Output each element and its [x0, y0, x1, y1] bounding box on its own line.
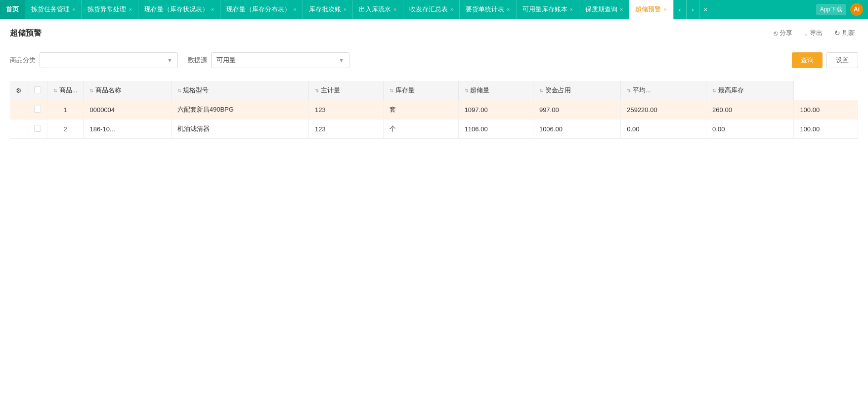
- export-button[interactable]: ↓ 导出: [801, 27, 825, 40]
- row-product-name: 六配套新昌490BPG: [171, 100, 308, 119]
- nav-task-mgmt[interactable]: 拣货任务管理 ×: [25, 0, 82, 19]
- row-settings-cell: [10, 119, 28, 139]
- col-product-name: ⇅ 商品名称: [84, 81, 171, 100]
- nav-order-stats-label: 要货单统计表: [466, 5, 504, 14]
- category-label: 商品分类: [10, 56, 36, 65]
- refresh-icon: ↻: [834, 29, 840, 37]
- nav-stock-status[interactable]: 现存量（库存状况表） ×: [138, 0, 220, 19]
- col-unit-label: 主计量: [321, 86, 340, 94]
- col-capital-label: 资金占用: [545, 86, 571, 94]
- nav-batch-ledger[interactable]: 库存批次账 ×: [303, 0, 353, 19]
- datasource-label: 数据源: [188, 56, 207, 65]
- nav-shelf-life-close[interactable]: ×: [620, 6, 623, 12]
- sort-icon-overstock: ⇅: [465, 88, 469, 93]
- nav-recv-send[interactable]: 收发存汇总表 ×: [403, 0, 460, 19]
- row-overstock: 997.00: [533, 100, 620, 119]
- nav-recv-send-label: 收发存汇总表: [409, 5, 448, 14]
- col-avg-label: 平均...: [633, 86, 651, 94]
- row-stock: 1106.00: [458, 119, 533, 139]
- top-right-area: App下载 Ai: [811, 0, 868, 19]
- nav-prev-arrow[interactable]: ‹: [673, 0, 686, 19]
- page-title: 超储预警: [10, 28, 42, 39]
- row-avg: 0.00: [706, 119, 794, 139]
- col-overstock-label: 超储量: [470, 86, 489, 94]
- row-checkbox[interactable]: [34, 106, 41, 113]
- col-product-name-label: 商品名称: [95, 86, 121, 94]
- row-product-name: 机油滤清器: [171, 119, 308, 139]
- datasource-filter: 数据源 可用量 ▼: [188, 52, 349, 68]
- nav-home[interactable]: 首页: [0, 0, 25, 19]
- page-header: 超储预警 ⎋ 分享 ↓ 导出 ↻ 刷新: [10, 27, 858, 40]
- table-container: ⚙ ⇅ 商品... ⇅ 商品名称 ⇅ 规格型号: [10, 81, 858, 139]
- header-actions: ⎋ 分享 ↓ 导出 ↻ 刷新: [771, 27, 858, 40]
- nav-available-ledger-close[interactable]: ×: [570, 6, 573, 12]
- row-product-code: 186-10...: [84, 119, 171, 139]
- nav-task-mgmt-label: 拣货任务管理: [31, 5, 70, 14]
- col-spec-label: 规格型号: [183, 86, 209, 94]
- nav-inout-flow-close[interactable]: ×: [393, 6, 396, 12]
- col-stock-label: 库存量: [395, 86, 415, 94]
- table-row: 1 0000004 六配套新昌490BPG 123 套 1097.00 997.…: [10, 100, 858, 119]
- datasource-select[interactable]: 可用量 ▼: [211, 52, 349, 68]
- nav-home-label: 首页: [6, 5, 19, 14]
- col-max-stock: ⇅ 最高库存: [706, 81, 794, 100]
- export-label: 导出: [810, 29, 823, 38]
- nav-order-stats-close[interactable]: ×: [507, 6, 510, 12]
- nav-stock-dist[interactable]: 现存量（库存分布表） ×: [220, 0, 303, 19]
- nav-overstock-warning[interactable]: 超储预警 ×: [629, 0, 673, 19]
- sort-icon-unit: ⇅: [315, 88, 319, 93]
- category-select[interactable]: ▼: [40, 52, 178, 68]
- nav-available-ledger[interactable]: 可用量库存账本 ×: [517, 0, 579, 19]
- nav-shelf-life[interactable]: 保质期查询 ×: [579, 0, 629, 19]
- settings-button[interactable]: 设置: [826, 52, 858, 68]
- category-filter: 商品分类 ▼: [10, 52, 178, 68]
- nav-next-arrow[interactable]: ›: [686, 0, 699, 19]
- col-settings[interactable]: ⚙: [10, 81, 28, 100]
- gear-icon[interactable]: ⚙: [16, 87, 22, 94]
- nav-overstock-warning-close[interactable]: ×: [663, 6, 666, 12]
- nav-recv-send-close[interactable]: ×: [450, 6, 453, 12]
- nav-inout-flow[interactable]: 出入库流水 ×: [353, 0, 403, 19]
- col-max-stock-label: 最高库存: [718, 86, 744, 94]
- export-icon: ↓: [804, 29, 808, 37]
- sort-icon-max: ⇅: [712, 88, 716, 93]
- app-download-button[interactable]: App下载: [816, 4, 846, 15]
- nav-shelf-life-label: 保质期查询: [585, 5, 617, 14]
- sort-icon-capital: ⇅: [539, 88, 543, 93]
- row-checkbox-cell[interactable]: [28, 119, 47, 139]
- avatar[interactable]: Ai: [850, 3, 863, 16]
- row-seq: 1: [47, 100, 84, 119]
- query-button[interactable]: 查询: [792, 52, 823, 68]
- row-avg: 260.00: [706, 100, 794, 119]
- nav-exception-label: 拣货异常处理: [87, 5, 126, 14]
- category-arrow-icon: ▼: [167, 57, 173, 63]
- nav-task-mgmt-close[interactable]: ×: [72, 6, 75, 12]
- col-select-all[interactable]: [28, 81, 47, 100]
- row-checkbox-cell[interactable]: [28, 100, 47, 119]
- row-stock: 1097.00: [458, 100, 533, 119]
- row-product-code: 0000004: [84, 100, 171, 119]
- nav-exception[interactable]: 拣货异常处理 ×: [82, 0, 138, 19]
- col-avg: ⇅ 平均...: [621, 81, 706, 100]
- datasource-arrow-icon: ▼: [339, 57, 344, 63]
- top-nav: 首页 拣货任务管理 × 拣货异常处理 × 现存量（库存状况表） × 现存量（库存…: [0, 0, 868, 19]
- row-checkbox[interactable]: [34, 125, 41, 132]
- nav-stock-dist-close[interactable]: ×: [293, 6, 296, 12]
- table-header: ⚙ ⇅ 商品... ⇅ 商品名称 ⇅ 规格型号: [10, 81, 858, 100]
- nav-order-stats[interactable]: 要货单统计表 ×: [460, 0, 516, 19]
- share-button[interactable]: ⎋ 分享: [771, 27, 795, 40]
- col-stock: ⇅ 库存量: [384, 81, 458, 100]
- page-content: 超储预警 ⎋ 分享 ↓ 导出 ↻ 刷新 商品分类 ▼ 数据源: [0, 19, 868, 395]
- nav-exception-close[interactable]: ×: [129, 6, 131, 12]
- share-label: 分享: [780, 29, 792, 38]
- sort-icon-avg: ⇅: [627, 88, 631, 93]
- data-table: ⚙ ⇅ 商品... ⇅ 商品名称 ⇅ 规格型号: [10, 81, 858, 139]
- nav-available-ledger-label: 可用量库存账本: [522, 5, 567, 14]
- refresh-button[interactable]: ↻ 刷新: [831, 27, 858, 40]
- row-overstock: 1006.00: [533, 119, 620, 139]
- nav-stock-status-close[interactable]: ×: [211, 6, 214, 12]
- nav-close-arrow[interactable]: ×: [699, 0, 712, 19]
- select-all-checkbox[interactable]: [34, 86, 41, 93]
- nav-batch-ledger-close[interactable]: ×: [344, 6, 347, 12]
- col-overstock: ⇅ 超储量: [458, 81, 533, 100]
